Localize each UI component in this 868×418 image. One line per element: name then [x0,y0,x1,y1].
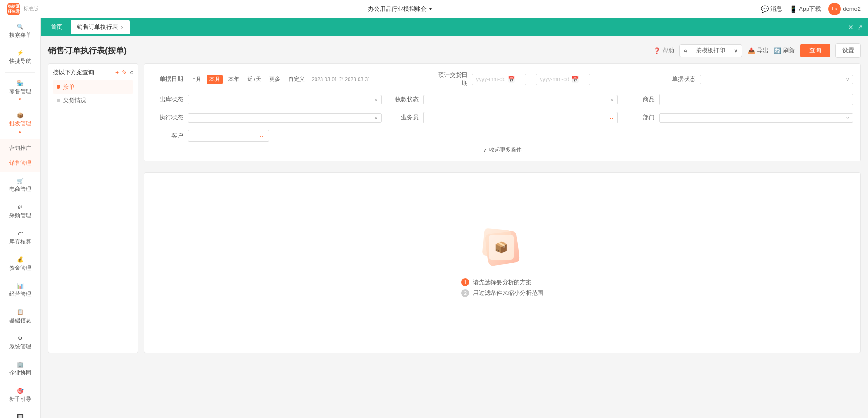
tab-sales-order[interactable]: 销售订单执行表 × [71,20,130,34]
window-maximize-icon[interactable]: ⤢ [857,23,863,32]
step-label-2: 用过滤条件来缩小分析范围 [473,289,543,297]
goods-cell: 商品 ··· [623,94,853,105]
sidebar-item-quicknav[interactable]: ⚡ 快捷导航 [0,44,40,71]
sidebar-item-marketing[interactable]: 营销推广 [0,141,40,156]
scheme-add-btn[interactable]: + [115,69,119,76]
sidebar-item-inventory[interactable]: 🗃 库存核算 [0,225,40,251]
tab-sales-order-label: 销售订单执行表 [77,23,118,31]
sidebar-item-enterprise[interactable]: 🏢 企业协同 [0,356,40,382]
payment-status-label: 收款状态 [387,95,423,104]
date-btn-lastmonth[interactable]: 上月 [188,75,204,84]
top-actions: 💬 消息 📱 App下载 Ea demo2 [761,3,861,15]
tab-home[interactable]: 首页 [44,20,69,34]
quicknav-icon: ⚡ [17,50,24,56]
app-download-btn[interactable]: 📱 App下载 [789,5,821,13]
basic-icon: 📋 [17,309,24,315]
company-selector[interactable]: 办公用品行业模拟账套 ▾ [368,5,432,13]
expected-date-from[interactable]: yyyy-mm-dd 📅 [472,74,526,85]
sidebar-item-basic[interactable]: 📋 基础信息 [0,304,40,330]
empty-state: 📦 1 请先选择要分析的方案 2 用过滤条件来缩小分析范围 [461,226,543,300]
refresh-icon: 🔄 [774,48,781,54]
help-btn[interactable]: ❓ 帮助 [653,47,674,55]
collapse-btn[interactable]: ∧ 收起更多条件 [483,146,522,154]
export-btn[interactable]: 📤 导出 [748,47,769,55]
sidebar-item-system[interactable]: ⚙ 系统管理 [0,330,40,356]
salesperson-cell: 业务员 ··· [387,112,617,124]
sidebar-item-sales-mgmt[interactable]: 销售管理 [0,156,40,171]
stock-status-select[interactable]: ∨ [188,95,382,104]
inventory-icon: 🗃 [18,230,23,237]
dept-cell: 部门 ∨ [623,112,853,124]
settings-button[interactable]: 设置 [835,43,861,58]
status-select[interactable]: ∨ [700,75,853,84]
dept-select[interactable]: ∨ [659,113,853,123]
sidebar-label-retail: 零售管理 [9,88,31,95]
search-icon: 🔍 [17,24,24,30]
scheme-header: 按以下方案查询 + ✎ « [53,68,133,76]
newbie-icon: 🎯 [17,388,24,394]
sidebar-item-search[interactable]: 🔍 搜索菜单 [0,18,40,44]
sidebar-item-retail[interactable]: 🏪 零售管理 ▾ [0,75,40,107]
date-btn-7days[interactable]: 近7天 [245,75,264,84]
main-layout: 🔍 搜索菜单 ⚡ 快捷导航 🏪 零售管理 ▾ 📦 批发管理 ▴ 营销推广 销售管… [0,18,868,418]
scheme-edit-btn[interactable]: ✎ [122,69,127,76]
query-button[interactable]: 查询 [800,44,830,57]
phone-icon: 📱 [789,5,797,13]
sidebar-item-ecommerce[interactable]: 🛒 电商管理 [0,172,40,199]
print-dropdown-arrow[interactable]: ∨ [730,46,742,56]
sidebar-item-finance[interactable]: 💰 资金管理 [0,251,40,277]
scheme-item-order[interactable]: 按单 [53,80,133,94]
user-name: demo2 [843,5,861,12]
date-btn-thismonth[interactable]: 本月 [207,75,223,84]
page-title-bar: 销售订单执行表(按单) ❓ 帮助 🖨 按模板打印 ∨ 📤 导出 [48,43,861,58]
date-btn-more[interactable]: 更多 [267,75,283,84]
salesperson-dots: ··· [608,114,613,121]
ecommerce-icon: 🛒 [17,178,24,184]
customer-input[interactable]: ··· [188,130,269,142]
goods-dots: ··· [844,96,849,103]
top-bar: 畅捷通好生意 标准版 办公用品行业模拟账套 ▾ 💬 消息 📱 App下载 Ea … [0,0,868,18]
sidebar-label-purchase: 采购管理 [9,212,31,219]
wholesale-icon: 📦 [17,112,24,119]
sidebar-label-system: 系统管理 [9,343,31,351]
expected-date-inputs: yyyy-mm-dd 📅 — yyyy-mm-dd 📅 [472,74,590,85]
window-close-icon[interactable]: × [848,23,853,32]
sidebar-item-appcenter[interactable]: 🔲 应用中心 [0,408,40,418]
exec-status-label: 执行状态 [151,114,188,122]
message-icon: 💬 [761,5,769,13]
scheme-item-shortage[interactable]: 欠货情况 [53,94,133,107]
logo-text-area: 标准版 [24,5,38,12]
date-btn-custom[interactable]: 自定义 [286,75,307,84]
empty-illustration: 📦 [480,226,525,271]
expected-date-to[interactable]: yyyy-mm-dd 📅 [536,74,590,85]
sidebar-item-operations[interactable]: 📊 经营管理 [0,277,40,304]
date-btn-thisyear[interactable]: 本年 [226,75,242,84]
sidebar-item-wholesale[interactable]: 📦 批发管理 ▴ [0,107,40,139]
sidebar-item-newbie[interactable]: 🎯 新手引导 [0,382,40,408]
collapse-row: ∧ 收起更多条件 [151,146,853,154]
payment-status-select[interactable]: ∨ [423,95,617,104]
scheme-title: 按以下方案查询 [53,68,94,76]
tab-close-icon[interactable]: × [121,24,123,30]
message-btn[interactable]: 💬 消息 [761,5,782,13]
salesperson-input[interactable]: ··· [423,112,617,124]
salesperson-label: 业务员 [387,114,423,122]
system-icon: ⚙ [18,335,23,342]
customer-label: 客户 [151,132,188,140]
refresh-btn[interactable]: 🔄 刷新 [774,47,795,55]
goods-input[interactable]: ··· [659,94,853,105]
dept-arrow: ∨ [846,115,849,120]
user-area[interactable]: Ea demo2 [828,3,861,15]
refresh-label: 刷新 [783,47,795,55]
tab-bar-actions: × ⤢ [848,23,868,32]
content-area: 销售订单执行表(按单) ❓ 帮助 🖨 按模板打印 ∨ 📤 导出 [41,36,868,418]
sidebar-item-purchase[interactable]: 🛍 采购管理 [0,199,40,225]
print-label[interactable]: 按模板打印 [691,45,730,57]
customer-dots: ··· [259,132,265,139]
date-to-placeholder: yyyy-mm-dd [540,76,569,82]
scheme-collapse-btn[interactable]: « [130,69,133,76]
status-label: 单据状态 [664,75,700,83]
filter-row-1: 单据日期 上月 本月 本年 近7天 更多 自定义 2023-03-01 至 20… [151,71,853,87]
exec-status-select[interactable]: ∨ [188,113,382,123]
filter-row-3: 执行状态 ∨ 业务员 ··· [151,112,853,124]
